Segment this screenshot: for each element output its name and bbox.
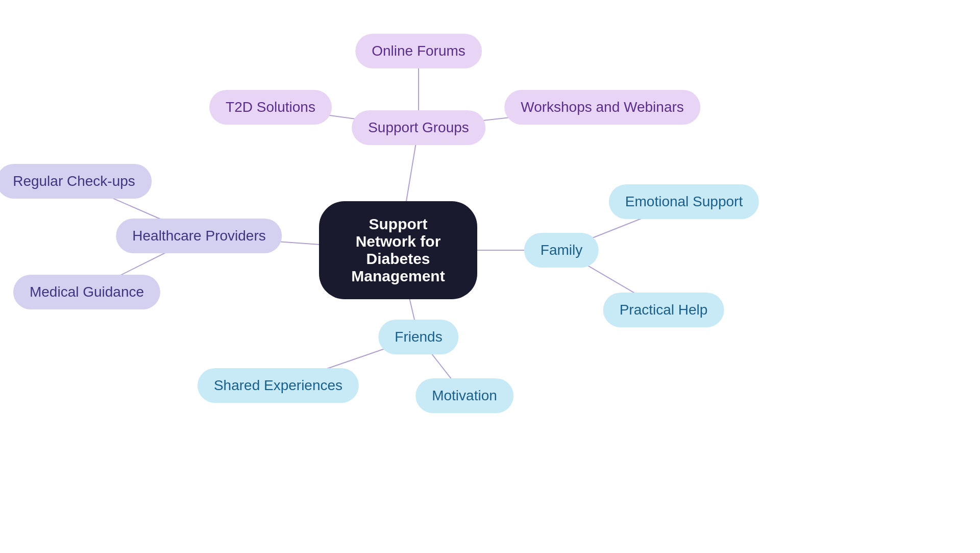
node-workshops-webinars: Workshops and Webinars xyxy=(504,90,700,125)
node-family: Family xyxy=(524,233,599,268)
node-emotional-support: Emotional Support xyxy=(609,184,759,219)
node-t2d-solutions: T2D Solutions xyxy=(209,90,332,125)
node-friends: Friends xyxy=(378,320,458,354)
center-node: Support Network for Diabetes Management xyxy=(319,201,477,299)
node-online-forums: Online Forums xyxy=(355,34,482,68)
node-support-groups: Support Groups xyxy=(352,110,485,145)
node-healthcare-providers: Healthcare Providers xyxy=(116,219,282,253)
node-medical-guidance: Medical Guidance xyxy=(13,275,160,309)
node-practical-help: Practical Help xyxy=(603,293,724,327)
node-regular-checkups: Regular Check-ups xyxy=(0,164,152,199)
node-shared-experiences: Shared Experiences xyxy=(198,368,359,403)
node-motivation: Motivation xyxy=(415,378,513,413)
